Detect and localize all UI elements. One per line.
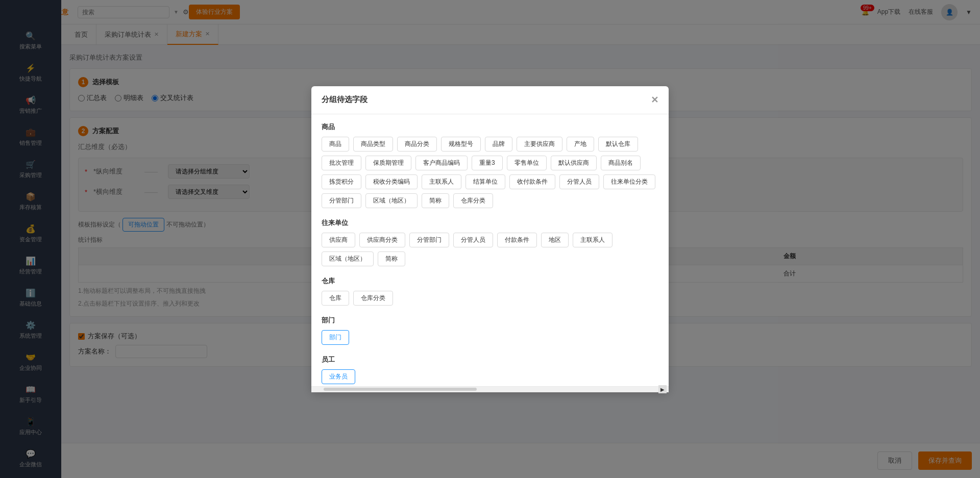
field-tag-region[interactable]: 区域（地区） — [365, 193, 418, 208]
field-tag-weight[interactable]: 重量3 — [472, 156, 503, 170]
field-tag-supplier[interactable]: 供应商 — [322, 233, 355, 247]
department-section-title: 部门 — [322, 316, 658, 325]
modal-dialog: 分组待选字段 ✕ 商品 商品 商品类型 商品分类 规格型号 品牌 主要供应商 产… — [311, 86, 669, 392]
warehouse-section: 仓库 仓库 仓库分类 — [322, 276, 658, 306]
field-tag-customer-code[interactable]: 客户商品编码 — [415, 156, 468, 170]
scrollbar-thumb-x[interactable] — [324, 388, 477, 391]
supplier-section: 往来单位 供应商 供应商分类 分管部门 分管人员 付款条件 地区 主联系人 区域… — [322, 218, 658, 266]
field-tag-goods[interactable]: 商品 — [322, 137, 349, 152]
field-tag-payment-terms[interactable]: 收付款条件 — [509, 174, 555, 189]
field-tag-default-warehouse[interactable]: 默认仓库 — [598, 137, 638, 152]
field-tag-supplier-category[interactable]: 供应商分类 — [359, 233, 405, 247]
supplier-section-title: 往来单位 — [322, 218, 658, 228]
field-tag-department[interactable]: 部门 — [322, 330, 349, 345]
goods-field-tags: 商品 商品类型 商品分类 规格型号 品牌 主要供应商 产地 默认仓库 批次管理 … — [322, 137, 658, 208]
field-tag-manager[interactable]: 分管人员 — [559, 174, 599, 189]
field-tag-partner-category[interactable]: 往来单位分类 — [603, 174, 655, 189]
modal-close-button[interactable]: ✕ — [651, 94, 658, 106]
field-tag-warehouse-category[interactable]: 仓库分类 — [453, 193, 493, 208]
field-tag-supplier-dept[interactable]: 分管部门 — [409, 233, 449, 247]
modal-header: 分组待选字段 ✕ — [311, 86, 669, 114]
field-tag-batch[interactable]: 批次管理 — [322, 156, 361, 170]
employee-section: 员工 业务员 — [322, 355, 658, 384]
modal-title: 分组待选字段 — [322, 95, 368, 105]
field-tag-retail-unit[interactable]: 零售单位 — [507, 156, 547, 170]
field-tag-supplier-contact[interactable]: 主联系人 — [573, 233, 612, 247]
scroll-right-arrow[interactable]: ▶ — [658, 385, 667, 393]
field-tag-goods-type[interactable]: 商品类型 — [353, 137, 393, 152]
field-tag-pick-score[interactable]: 拣货积分 — [322, 174, 361, 189]
field-tag-supplier-manager[interactable]: 分管人员 — [453, 233, 493, 247]
employee-section-title: 员工 — [322, 355, 658, 364]
field-tag-salesman[interactable]: 业务员 — [322, 369, 355, 384]
field-tag-payment-condition[interactable]: 付款条件 — [497, 233, 537, 247]
department-field-tags: 部门 — [322, 330, 658, 345]
field-tag-supplier-region[interactable]: 区域（地区） — [322, 251, 374, 266]
field-tag-tax-code[interactable]: 税收分类编码 — [365, 174, 418, 189]
goods-section: 商品 商品 商品类型 商品分类 规格型号 品牌 主要供应商 产地 默认仓库 批次… — [322, 122, 658, 208]
employee-field-tags: 业务员 — [322, 369, 658, 384]
modal-body: 商品 商品 商品类型 商品分类 规格型号 品牌 主要供应商 产地 默认仓库 批次… — [311, 114, 669, 386]
field-tag-shelf-life[interactable]: 保质期管理 — [365, 156, 411, 170]
field-tag-alias[interactable]: 商品别名 — [601, 156, 641, 170]
field-tag-brand[interactable]: 品牌 — [485, 137, 512, 152]
warehouse-field-tags: 仓库 仓库分类 — [322, 291, 658, 306]
supplier-field-tags: 供应商 供应商分类 分管部门 分管人员 付款条件 地区 主联系人 区域（地区） … — [322, 233, 658, 266]
field-tag-default-supplier[interactable]: 默认供应商 — [551, 156, 597, 170]
field-tag-settlement-unit[interactable]: 结算单位 — [465, 174, 505, 189]
field-tag-short-name[interactable]: 简称 — [422, 193, 449, 208]
field-tag-warehouse-cat[interactable]: 仓库分类 — [353, 291, 393, 306]
modal-scrollbar-x[interactable]: ▶ — [311, 386, 669, 392]
field-tag-goods-category[interactable]: 商品分类 — [397, 137, 437, 152]
field-tag-area[interactable]: 地区 — [541, 233, 569, 247]
field-tag-main-contact[interactable]: 主联系人 — [422, 174, 461, 189]
field-tag-origin[interactable]: 产地 — [567, 137, 594, 152]
field-tag-supplier-short[interactable]: 简称 — [378, 251, 405, 266]
field-tag-main-supplier[interactable]: 主要供应商 — [517, 137, 562, 152]
department-section: 部门 部门 — [322, 316, 658, 345]
field-tag-warehouse-name[interactable]: 仓库 — [322, 291, 349, 306]
field-tag-spec[interactable]: 规格型号 — [441, 137, 481, 152]
modal-overlay[interactable]: 分组待选字段 ✕ 商品 商品 商品类型 商品分类 规格型号 品牌 主要供应商 产… — [0, 0, 980, 478]
goods-section-title: 商品 — [322, 122, 658, 132]
warehouse-section-title: 仓库 — [322, 276, 658, 286]
field-tag-dept[interactable]: 分管部门 — [322, 193, 361, 208]
